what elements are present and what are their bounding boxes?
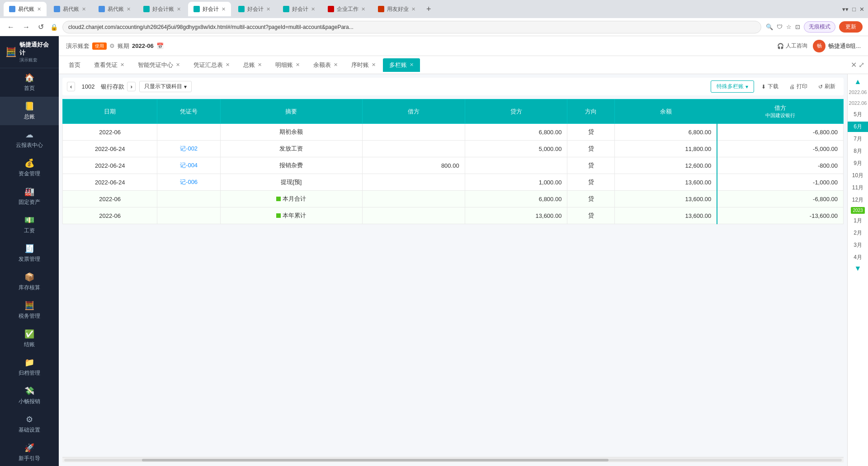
tab-voucher-summary[interactable]: 凭证汇总表 ✕: [187, 58, 236, 72]
scroll-up-button[interactable]: ▲: [854, 78, 862, 86]
sidebar-item-cloud-report[interactable]: ☁ 云报表中心: [0, 125, 59, 154]
tab-close-7[interactable]: ✕: [311, 6, 315, 12]
star-icon[interactable]: ☆: [786, 24, 792, 30]
shield-icon[interactable]: 🛡: [777, 24, 783, 30]
month-november[interactable]: 11月: [848, 183, 868, 193]
sidebar-item-close-accounts[interactable]: ✅ 结账: [0, 325, 59, 353]
tab-yi-dazhang-1[interactable]: 易代账 ✕: [4, 2, 47, 16]
tab-close-6[interactable]: ✕: [266, 6, 270, 12]
cell-voucher[interactable]: 记-006: [157, 174, 221, 191]
tab-general-ledger[interactable]: 总账 ✕: [237, 58, 268, 72]
restore-button[interactable]: □: [852, 6, 856, 13]
tab-detail-ledger-close[interactable]: ✕: [296, 62, 300, 68]
scrollbar-thumb[interactable]: [142, 459, 609, 461]
assets-icon: 🏭: [24, 187, 34, 197]
calendar-icon[interactable]: 📅: [156, 42, 164, 49]
month-apr-2023[interactable]: 4月: [848, 252, 868, 263]
tab-close-9[interactable]: ✕: [411, 6, 415, 12]
consult-button[interactable]: 🎧 人工咨询: [777, 42, 807, 50]
forward-button[interactable]: →: [21, 21, 32, 33]
tab-multi-col[interactable]: 多栏账 ✕: [383, 58, 420, 72]
tab-view-voucher-close[interactable]: ✕: [120, 62, 124, 68]
sidebar-item-tax[interactable]: 🧮 税务管理: [0, 296, 59, 325]
print-button[interactable]: 🖨 打印: [786, 81, 811, 92]
horizontal-scrollbar[interactable]: [62, 457, 844, 462]
expand-panel-icon[interactable]: ⤢: [859, 61, 864, 69]
sidebar-toggle-icon[interactable]: ⊡: [795, 24, 800, 30]
cell-voucher[interactable]: 记-004: [157, 157, 221, 174]
cell-voucher[interactable]: 记-002: [157, 141, 221, 157]
download-button[interactable]: ⬇ 下载: [758, 81, 782, 92]
month-mar-2023[interactable]: 3月: [848, 240, 868, 250]
tab-smart-voucher-close[interactable]: ✕: [176, 62, 180, 68]
col-extra: 借方 中国建设银行: [717, 99, 843, 124]
sidebar-item-invoice[interactable]: 🧾 发票管理: [0, 239, 59, 268]
month-june[interactable]: 6月: [848, 122, 868, 132]
tab-hao-kuaiji-1[interactable]: 好会计账 ✕: [138, 2, 186, 16]
cell-direction: 贷: [567, 141, 615, 157]
minimize-button[interactable]: ▾▾: [842, 6, 849, 13]
next-account-button[interactable]: ›: [127, 82, 135, 91]
tab-hao-kuaiji-3[interactable]: 好会计 ✕: [233, 2, 276, 16]
sidebar-item-finance[interactable]: 💰 资金管理: [0, 154, 59, 182]
sidebar-item-ledger[interactable]: 📒 总账: [0, 97, 59, 125]
tab-smart-voucher[interactable]: 智能凭证中心 ✕: [132, 58, 186, 72]
month-august[interactable]: 8月: [848, 146, 868, 156]
sidebar: 🧮 畅捷通好会计 演示账套 🏠 首页 📒 总账 ☁ 云报表中心 💰 资金管理 🏭: [0, 36, 59, 466]
sidebar-item-home[interactable]: 🏠 首页: [0, 68, 59, 97]
sidebar-item-settings[interactable]: ⚙ 基础设置: [0, 410, 59, 438]
settings-gear-icon[interactable]: ⚙: [109, 42, 115, 49]
sidebar-item-salary[interactable]: 💵 工资: [0, 211, 59, 239]
update-button[interactable]: 更新: [839, 21, 863, 33]
refresh-button[interactable]: ↺ 刷新: [815, 81, 839, 92]
no-trace-button[interactable]: 无痕模式: [804, 21, 835, 33]
sidebar-item-assets[interactable]: 🏭 固定资产: [0, 182, 59, 211]
tab-home[interactable]: 首页: [62, 58, 87, 72]
month-october[interactable]: 10月: [848, 170, 868, 181]
close-window-button[interactable]: ✕: [859, 6, 864, 13]
download-icon: ⬇: [761, 84, 766, 90]
back-button[interactable]: ←: [5, 21, 16, 33]
refresh-nav-button[interactable]: ↺: [36, 21, 46, 33]
month-september[interactable]: 9月: [848, 158, 868, 169]
tab-view-voucher[interactable]: 查看凭证 ✕: [88, 58, 131, 72]
tab-youyou[interactable]: 用友好业 ✕: [373, 2, 421, 16]
tab-balance-close[interactable]: ✕: [334, 62, 338, 68]
tab-detail-ledger[interactable]: 明细账 ✕: [269, 58, 306, 72]
sidebar-item-archive[interactable]: 📁 归档管理: [0, 353, 59, 381]
sidebar-item-inventory[interactable]: 📦 库存核算: [0, 268, 59, 296]
month-jan-2023[interactable]: 1月: [848, 216, 868, 226]
tab-close-5[interactable]: ✕: [222, 6, 226, 12]
collapse-panel-icon[interactable]: ✕: [851, 61, 857, 69]
tab-balance[interactable]: 余额表 ✕: [307, 58, 344, 72]
month-december[interactable]: 12月: [848, 195, 868, 205]
sidebar-item-guide[interactable]: 🚀 新手引导: [0, 438, 59, 466]
tab-sequential[interactable]: 序时账 ✕: [345, 58, 382, 72]
tab-hao-kuaiji-4[interactable]: 好会计 ✕: [278, 2, 321, 16]
tab-multi-col-close[interactable]: ✕: [410, 62, 414, 68]
tab-close-8[interactable]: ✕: [361, 6, 365, 12]
month-feb-2023[interactable]: 2月: [848, 228, 868, 238]
month-july[interactable]: 7月: [848, 134, 868, 144]
new-tab-button[interactable]: +: [423, 5, 435, 14]
month-may[interactable]: 5月: [848, 109, 868, 120]
cell-credit: 6,800.00: [465, 124, 567, 141]
tab-general-ledger-close[interactable]: ✕: [258, 62, 262, 68]
tab-close-3[interactable]: ✕: [127, 6, 131, 12]
tab-enterprise[interactable]: 企业工作 ✕: [322, 2, 371, 16]
tab-close-2[interactable]: ✕: [82, 6, 86, 12]
scroll-down-button[interactable]: ▼: [854, 264, 862, 273]
search-icon[interactable]: 🔍: [766, 24, 773, 30]
prev-account-button[interactable]: ‹: [67, 82, 75, 91]
tab-sequential-close[interactable]: ✕: [372, 62, 376, 68]
tab-yi-dazhang-3[interactable]: 易代账 ✕: [93, 2, 136, 16]
sub-account-filter[interactable]: 只显示下级科目 ▾: [139, 81, 192, 92]
address-input[interactable]: [62, 21, 761, 33]
multi-col-button[interactable]: 特殊多栏账 ▾: [711, 80, 754, 93]
sidebar-item-expense[interactable]: 💸 小畅报销: [0, 381, 59, 410]
tab-yi-dazhang-2[interactable]: 易代账 ✕: [48, 2, 91, 16]
tab-hao-kuaiji-2[interactable]: 好会计 ✕: [188, 2, 231, 16]
tab-close-1[interactable]: ✕: [37, 6, 41, 12]
tab-close-4[interactable]: ✕: [177, 6, 181, 12]
tab-voucher-summary-close[interactable]: ✕: [226, 62, 230, 68]
